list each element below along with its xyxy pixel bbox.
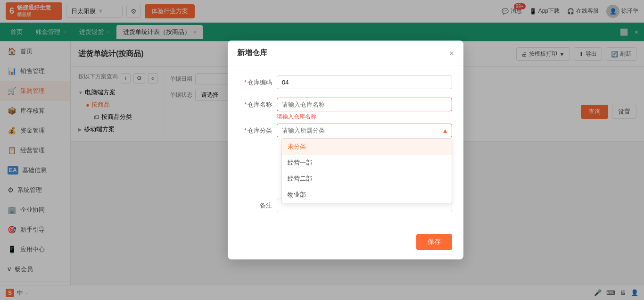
warehouse-name-label: 仓库名称 — [239, 98, 277, 109]
category-input-wrapper: ▲ — [277, 124, 452, 137]
dialog-body: 仓库编码 仓库名称 请输入仓库名称 仓库分类 ▲ 未分类 经营一部 经营二部 物… — [228, 66, 463, 230]
form-row-name: 仓库名称 请输入仓库名称 — [239, 98, 452, 111]
warehouse-dialog: 新增仓库 × 仓库编码 仓库名称 请输入仓库名称 仓库分类 ▲ 未分类 — [228, 41, 463, 259]
warehouse-category-input[interactable] — [277, 124, 452, 137]
category-dropdown: 未分类 经营一部 经营二部 物业部 — [281, 138, 452, 203]
dropdown-item-dept1[interactable]: 经营一部 — [282, 155, 452, 171]
dialog-header: 新增仓库 × — [228, 41, 463, 66]
category-toggle-icon[interactable]: ▲ — [442, 127, 448, 134]
dropdown-item-dept2[interactable]: 经营二部 — [282, 171, 452, 187]
warehouse-name-input[interactable] — [277, 98, 452, 111]
warehouse-code-label: 仓库编码 — [239, 75, 277, 87]
dialog-footer: 保存 — [228, 234, 463, 250]
form-row-category: 仓库分类 ▲ 未分类 经营一部 经营二部 物业部 — [239, 124, 452, 137]
dialog-title: 新增仓库 — [237, 48, 267, 58]
dialog-close-btn[interactable]: × — [449, 49, 454, 58]
save-button[interactable]: 保存 — [416, 234, 452, 250]
dropdown-item-dept3[interactable]: 物业部 — [282, 187, 452, 203]
remark-label: 备注 — [239, 199, 277, 210]
dropdown-item-uncategorized[interactable]: 未分类 — [282, 139, 452, 155]
form-row-code: 仓库编码 — [239, 75, 452, 89]
warehouse-name-error: 请输入仓库名称 — [277, 113, 316, 121]
warehouse-code-input[interactable] — [277, 75, 452, 89]
warehouse-category-label: 仓库分类 — [239, 124, 277, 135]
